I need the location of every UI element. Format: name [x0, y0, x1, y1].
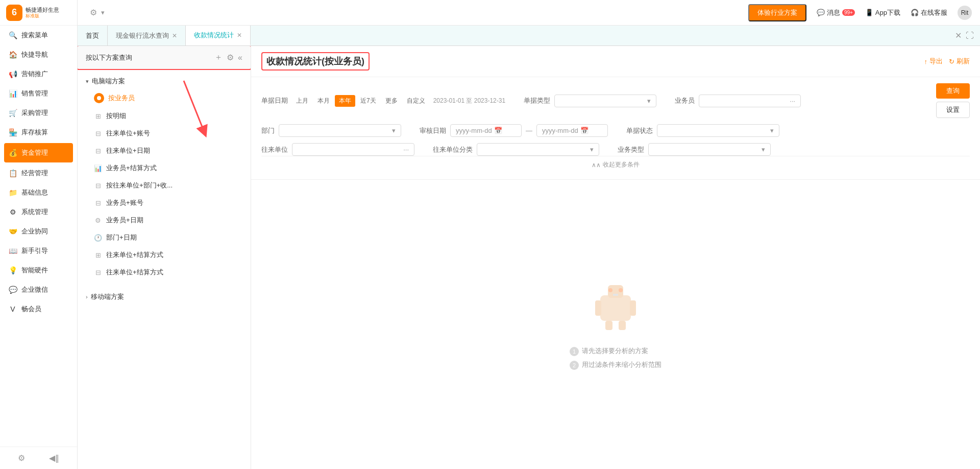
date-buttons: 上月 本月 本年 近7天 更多 自定义 [292, 95, 429, 107]
biz-type-select[interactable]: ▾ [648, 143, 771, 156]
message-badge: 99+ [842, 9, 855, 16]
tab-close-all-icon[interactable]: ✕ [955, 31, 962, 40]
detail-icon: ⊞ [94, 112, 102, 120]
app-download-btn[interactable]: 📱 App下载 [865, 8, 900, 17]
filter-settings-btn[interactable]: 设置 [936, 102, 970, 118]
scheme-item-salesman-account[interactable]: ⊟ 业务员+账号 [78, 194, 251, 212]
sidebar-item-finance[interactable]: 💰 资金管理 [4, 143, 73, 162]
date-btn-custom[interactable]: 自定义 [403, 95, 429, 107]
scheme-settings-btn[interactable]: ⚙ [227, 53, 234, 62]
scheme-item-unit-account[interactable]: ⊟ 往来单位+账号 [78, 125, 251, 142]
scheme-item-unit-date[interactable]: ⊟ 往来单位+日期 [78, 142, 251, 159]
sidebar-item-quicknav[interactable]: 🏠 快捷导航 [0, 45, 77, 64]
sidebar-item-hardware[interactable]: 💡 智能硬件 [0, 261, 77, 280]
scheme-item-salesman[interactable]: 按业务员 [78, 89, 251, 107]
export-btn[interactable]: ↑ 导出 [924, 57, 943, 66]
date-btn-this-month[interactable]: 本月 [313, 95, 334, 107]
scheme-mobile-label: 移动端方案 [91, 292, 124, 301]
sidebar-item-marketing[interactable]: 📢 营销推广 [0, 64, 77, 84]
tab-collection-stats[interactable]: 收款情况统计 ✕ [186, 26, 251, 45]
collapse-btn[interactable]: ∧∧ 收起更多条件 [265, 160, 966, 169]
main-area: ⚙ ▾ 体验行业方案 💬 消息 99+ 📱 App下载 🎧 在线客服 Rit [78, 0, 980, 469]
scheme-add-btn[interactable]: ＋ [214, 52, 223, 63]
sidebar-item-member[interactable]: V 畅会员 [0, 299, 77, 319]
topbar-dropdown-icon[interactable]: ▾ [101, 9, 105, 16]
topbar-gear-icon[interactable]: ⚙ [90, 8, 97, 17]
query-btn[interactable]: 查询 [936, 83, 970, 99]
tab-home[interactable]: 首页 [78, 26, 108, 45]
date-filter-group: 单据日期 上月 本月 本年 近7天 更多 自定义 2023-01-01 至 20… [261, 95, 505, 107]
scheme-item-unit-settlement2[interactable]: ⊟ 往来单位+结算方式 [78, 264, 251, 281]
doc-status-label: 单据状态 [626, 126, 653, 135]
sidebar-item-system[interactable]: ⚙ 系统管理 [0, 202, 77, 222]
salesman-label: 业务员 [675, 96, 695, 105]
doc-status-arrow: ▾ [770, 127, 774, 134]
sidebar-item-stock[interactable]: 🏪 库存核算 [0, 123, 77, 142]
sidebar-item-wechat[interactable]: 💬 企业微信 [0, 280, 77, 299]
audit-date-start[interactable]: yyyy-mm-dd 📅 [450, 124, 522, 137]
member-icon: V [8, 304, 17, 314]
counterparty-input[interactable]: ··· [292, 143, 414, 156]
scheme-group-mobile[interactable]: › 移动端方案 [78, 289, 251, 304]
sidebar-item-management[interactable]: 📋 经营管理 [0, 163, 77, 183]
page-header: 收款情况统计(按业务员) ↑ 导出 ↻ 刷新 [251, 46, 980, 77]
date-range-display: 2023-01-01 至 2023-12-31 [433, 97, 505, 105]
sales-icon: 📊 [8, 89, 17, 98]
scheme-panel: 按以下方案查询 ＋ ⚙ « ▾ 电脑端方案 [78, 46, 251, 469]
sidebar-settings-btn[interactable]: ⚙ [18, 453, 25, 463]
unit-settlement1-icon: ⊞ [94, 251, 102, 259]
tab-maximize-icon[interactable]: ⛶ [966, 31, 974, 40]
date-btn-this-year[interactable]: 本年 [335, 95, 355, 107]
sidebar-item-sales[interactable]: 📊 销售管理 [0, 84, 77, 103]
sidebar-item-guide[interactable]: 📖 新手引导 [0, 241, 77, 261]
sidebar-item-purchase[interactable]: 🛒 采购管理 [0, 103, 77, 123]
date-btn-more[interactable]: 更多 [381, 95, 402, 107]
sidebar-item-search[interactable]: 🔍 搜索菜单 [0, 26, 77, 45]
sidebar-collapse-btn[interactable]: ◀‖ [49, 453, 59, 463]
message-btn[interactable]: 💬 消息 99+ [817, 8, 855, 17]
tab-bank-flow-close[interactable]: ✕ [172, 32, 177, 39]
page-actions: ↑ 导出 ↻ 刷新 [924, 57, 970, 66]
online-service-btn[interactable]: 🎧 在线客服 [911, 8, 947, 17]
scheme-item-dept-date[interactable]: 🕐 部门+日期 [78, 229, 251, 246]
filter-row-2: 部门 ▾ 审核日期 yyyy-mm-dd 📅 — [261, 124, 970, 137]
scheme-item-detail[interactable]: ⊞ 按明细 [78, 107, 251, 125]
refresh-btn[interactable]: ↻ 刷新 [949, 57, 970, 66]
date-btn-last-month[interactable]: 上月 [292, 95, 312, 107]
scheme-item-salesman-settlement[interactable]: 📊 业务员+结算方式 [78, 159, 251, 177]
doc-type-select[interactable]: ▾ [554, 95, 656, 107]
counterparty-type-select[interactable]: ▾ [477, 143, 599, 156]
dept-group: 部门 ▾ [261, 124, 401, 137]
audit-date-end-calendar: 📅 [580, 127, 589, 134]
trial-btn[interactable]: 体验行业方案 [748, 4, 806, 21]
scheme-item-salesman-date[interactable]: ⚙ 业务员+日期 [78, 212, 251, 229]
audit-date-group: 审核日期 yyyy-mm-dd 📅 — yyyy-mm-dd 📅 [420, 124, 608, 137]
sidebar-item-info[interactable]: 📁 基础信息 [0, 183, 77, 202]
scheme-group-desktop[interactable]: ▾ 电脑端方案 [78, 74, 251, 89]
counterparty-dots: ··· [403, 146, 409, 153]
unit-settlement2-icon: ⊟ [94, 268, 102, 276]
scheme-item-unit-dept[interactable]: ⊟ 按往来单位+部门+收... [78, 177, 251, 194]
scheme-panel-title: 按以下方案查询 [86, 53, 132, 62]
sidebar-bottom: ⚙ ◀‖ [0, 447, 77, 469]
salesman-select[interactable]: ··· [699, 95, 801, 107]
date-btn-7days[interactable]: 近7天 [356, 95, 380, 107]
content-area: 按以下方案查询 ＋ ⚙ « ▾ 电脑端方案 [78, 46, 980, 469]
scheme-group-label: 电脑端方案 [92, 77, 125, 86]
audit-date-dash: — [526, 127, 532, 134]
svg-rect-9 [619, 321, 626, 330]
scheme-item-unit-settlement1[interactable]: ⊞ 往来单位+结算方式 [78, 246, 251, 264]
salesman-account-icon: ⊟ [94, 199, 102, 207]
sidebar-item-collab[interactable]: 🤝 企业协同 [0, 222, 77, 241]
doc-status-select[interactable]: ▾ [657, 124, 779, 137]
user-avatar[interactable]: Rit [958, 6, 972, 20]
scheme-collapse-btn[interactable]: « [238, 53, 242, 62]
tab-collection-stats-close[interactable]: ✕ [237, 32, 242, 39]
tip-num-2: 2 [570, 361, 579, 370]
audit-date-end[interactable]: yyyy-mm-dd 📅 [536, 124, 608, 137]
empty-state-area: 1 请先选择要分析的方案 2 用过滤条件来缩小分析范围 [251, 180, 980, 469]
tab-bank-flow[interactable]: 现金银行流水查询 ✕ [108, 26, 186, 45]
dept-select[interactable]: ▾ [279, 124, 401, 137]
biz-type-arrow: ▾ [762, 146, 765, 153]
date-label: 单据日期 [261, 96, 288, 105]
